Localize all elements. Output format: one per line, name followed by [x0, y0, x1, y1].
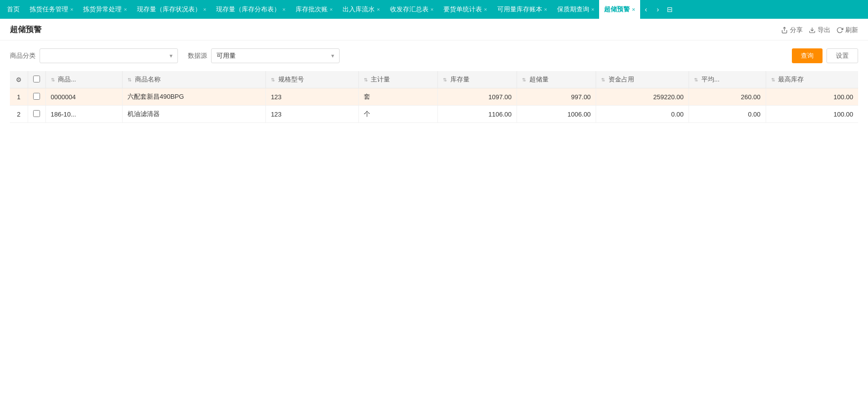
share-button[interactable]: 分享 — [781, 26, 803, 35]
th-capital[interactable]: ⇅ 资金占用 — [596, 71, 689, 88]
nav-expand-arrow[interactable]: ⊟ — [664, 0, 676, 19]
cell-avg: 260.00 — [689, 88, 766, 106]
filter-area: 商品分类 ▾ 数据源 可用量 ▾ 查询 设置 — [0, 40, 868, 71]
close-icon[interactable]: × — [632, 6, 635, 12]
data-table: ⚙ ⇅ 商品... ⇅ 商品名称 ⇅ 规格型号 — [10, 71, 858, 123]
row-checkbox-cell[interactable] — [28, 88, 45, 106]
nav-pick-task[interactable]: 拣货任务管理 × — [25, 0, 78, 19]
datasource-label: 数据源 — [188, 51, 207, 60]
nav-stock-dist[interactable]: 现存量（库存分布表） × — [211, 0, 290, 19]
cell-product-name: 六配套新昌490BPG — [122, 88, 265, 106]
sort-icon: ⇅ — [51, 77, 55, 82]
cell-max-stock: 100.00 — [766, 106, 858, 123]
table-container: ⚙ ⇅ 商品... ⇅ 商品名称 ⇅ 规格型号 — [0, 71, 868, 123]
nav-inout-flow[interactable]: 出入库流水 × — [338, 0, 385, 19]
datasource-filter-group: 数据源 可用量 ▾ — [188, 48, 340, 63]
nav-available-ledger[interactable]: 可用量库存账本 × — [492, 0, 552, 19]
nav-home[interactable]: 首页 — [2, 0, 25, 19]
nav-order-stats[interactable]: 要货单统计表 × — [438, 0, 492, 19]
nav-next-arrow[interactable]: › — [652, 0, 664, 19]
checkbox-th — [28, 71, 45, 88]
cell-spec: 123 — [265, 106, 358, 123]
export-button[interactable]: 导出 — [809, 26, 830, 35]
cell-capital: 0.00 — [596, 106, 689, 123]
sort-icon: ⇅ — [364, 77, 368, 82]
close-icon[interactable]: × — [431, 6, 434, 12]
close-icon[interactable]: × — [330, 6, 333, 12]
refresh-icon — [836, 27, 843, 34]
row-number: 2 — [10, 106, 28, 123]
close-icon[interactable]: × — [203, 6, 206, 12]
nav-bar: 首页 拣货任务管理 × 拣货异常处理 × 现存量（库存状况表） × 现存量（库存… — [0, 0, 868, 19]
th-product-code[interactable]: ⇅ 商品... — [45, 71, 122, 88]
th-avg[interactable]: ⇅ 平均... — [689, 71, 766, 88]
nav-batch-ledger[interactable]: 库存批次账 × — [291, 0, 338, 19]
sort-icon: ⇅ — [271, 77, 275, 82]
th-overstock[interactable]: ⇅ 超储量 — [517, 71, 596, 88]
cell-capital: 259220.00 — [596, 88, 689, 106]
nav-quality-query[interactable]: 保质期查询 × — [552, 0, 599, 19]
nav-prev-arrow[interactable]: ‹ — [640, 0, 652, 19]
category-label: 商品分类 — [10, 51, 36, 60]
sort-icon: ⇅ — [443, 77, 447, 82]
query-button[interactable]: 查询 — [792, 48, 823, 63]
cell-max-stock: 100.00 — [766, 88, 858, 106]
sort-icon: ⇅ — [771, 77, 775, 82]
close-icon[interactable]: × — [282, 6, 285, 12]
gear-settings-th[interactable]: ⚙ — [10, 71, 28, 88]
nav-pick-exception[interactable]: 拣货异常处理 × — [78, 0, 131, 19]
cell-avg: 0.00 — [689, 106, 766, 123]
nav-overstock-warning[interactable]: 超储预警 × — [599, 0, 640, 19]
category-filter-group: 商品分类 ▾ — [10, 48, 178, 63]
sort-icon: ⇅ — [601, 77, 605, 82]
page-content: 超储预警 分享 导出 刷新 商品分类 ▾ 数据源 — [0, 19, 868, 395]
th-max-stock[interactable]: ⇅ 最高库存 — [766, 71, 858, 88]
row-checkbox[interactable] — [33, 110, 40, 117]
cell-product-name: 机油滤清器 — [122, 106, 265, 123]
cell-unit: 套 — [358, 88, 437, 106]
datasource-select[interactable]: 可用量 ▾ — [211, 48, 340, 63]
header-actions: 分享 导出 刷新 — [781, 26, 858, 35]
th-stock[interactable]: ⇅ 库存量 — [437, 71, 517, 88]
row-checkbox-cell[interactable] — [28, 106, 45, 123]
close-icon[interactable]: × — [591, 6, 594, 12]
chevron-down-icon: ▾ — [331, 52, 334, 59]
cell-product-code: 0000004 — [45, 88, 122, 106]
sort-icon: ⇅ — [522, 77, 526, 82]
page-header: 超储预警 分享 导出 刷新 — [0, 19, 868, 40]
cell-stock: 1097.00 — [437, 88, 517, 106]
cell-stock: 1106.00 — [437, 106, 517, 123]
category-select[interactable]: ▾ — [40, 48, 178, 63]
cell-unit: 个 — [358, 106, 437, 123]
page-title: 超储预警 — [10, 25, 42, 35]
share-icon — [781, 27, 788, 34]
sort-icon: ⇅ — [128, 77, 131, 82]
table-row: 1 0000004 六配套新昌490BPG 123 套 1097.00 997.… — [10, 88, 858, 106]
chevron-down-icon: ▾ — [170, 52, 173, 59]
th-spec[interactable]: ⇅ 规格型号 — [265, 71, 358, 88]
close-icon[interactable]: × — [484, 6, 487, 12]
export-icon — [809, 27, 816, 34]
th-unit[interactable]: ⇅ 主计量 — [358, 71, 437, 88]
cell-product-code: 186-10... — [45, 106, 122, 123]
refresh-button[interactable]: 刷新 — [836, 26, 858, 35]
table-row: 2 186-10... 机油滤清器 123 个 1106.00 1006.00 … — [10, 106, 858, 123]
close-icon[interactable]: × — [70, 6, 73, 12]
cell-overstock: 1006.00 — [517, 106, 596, 123]
table-header-row: ⚙ ⇅ 商品... ⇅ 商品名称 ⇅ 规格型号 — [10, 71, 858, 88]
datasource-select-value: 可用量 — [217, 51, 236, 60]
close-icon[interactable]: × — [544, 6, 547, 12]
close-icon[interactable]: × — [124, 6, 127, 12]
cell-overstock: 997.00 — [517, 88, 596, 106]
filter-actions: 查询 设置 — [792, 48, 858, 63]
settings-button[interactable]: 设置 — [826, 48, 858, 63]
row-number: 1 — [10, 88, 28, 106]
nav-stock-status[interactable]: 现存量（库存状况表） × — [132, 0, 211, 19]
sort-icon: ⇅ — [694, 77, 698, 82]
select-all-checkbox[interactable] — [33, 76, 40, 82]
cell-spec: 123 — [265, 88, 358, 106]
th-product-name[interactable]: ⇅ 商品名称 — [122, 71, 265, 88]
nav-receive-send[interactable]: 收发存汇总表 × — [385, 0, 438, 19]
close-icon[interactable]: × — [377, 6, 380, 12]
row-checkbox[interactable] — [33, 93, 40, 100]
